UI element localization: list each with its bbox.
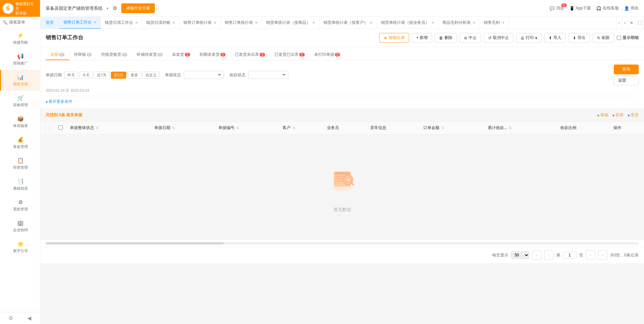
- filter-tab-pending-inspect[interactable]: 待拣货验货0: [96, 50, 132, 60]
- tab-sales-profit[interactable]: 销售毛利✕: [480, 17, 509, 29]
- page-size-select[interactable]: 50 10 20 30 100: [511, 251, 529, 259]
- scroll-track[interactable]: [46, 242, 639, 245]
- topbar-dropdown-icon[interactable]: ▾: [106, 6, 109, 11]
- show-detail-checkbox[interactable]: [617, 36, 621, 40]
- tab-close-sales-stat[interactable]: ✕: [214, 21, 216, 25]
- sidebar-item-newbie[interactable]: 🌟 新手引导: [0, 237, 40, 257]
- date-1month-btn[interactable]: 近1月: [111, 72, 126, 79]
- tab-sales-exec[interactable]: 销售订单执行表✕: [221, 17, 262, 29]
- date-custom-btn[interactable]: 自定义: [142, 72, 160, 79]
- tab-close-all-btn[interactable]: ✕: [628, 17, 636, 29]
- import-btn[interactable]: ⬆ 导入: [544, 33, 566, 43]
- sidebar-item-sales[interactable]: 📊 销售管理: [0, 70, 40, 91]
- tab-home[interactable]: 首页: [40, 17, 59, 29]
- sort-date-icon[interactable]: ⇅: [172, 126, 175, 130]
- sort-number-icon[interactable]: ⇅: [236, 126, 239, 130]
- tab-fullscreen-btn[interactable]: ⛶: [636, 17, 644, 29]
- add-btn[interactable]: + 新增: [412, 33, 432, 43]
- tab-product-margin[interactable]: 商品毛利分析表✕: [438, 17, 480, 29]
- sidebar-item-purchase[interactable]: 🛒 采购管理: [0, 91, 40, 112]
- tab-close-sales-summary-product[interactable]: ✕: [312, 21, 315, 25]
- sidebar-item-system[interactable]: ⚙ 系统管理: [0, 195, 40, 216]
- filter-tab-shipped-not-out[interactable]: 已发货未出库0: [230, 50, 270, 60]
- cancel-review-action-btn[interactable]: ● 弃审: [612, 112, 624, 118]
- date-yesterday-btn[interactable]: 昨天: [65, 72, 78, 79]
- select-all-checkbox[interactable]: [58, 125, 63, 130]
- topbar-settings-icon[interactable]: ⚙: [113, 5, 117, 11]
- sidebar-search[interactable]: 🔍 搜索菜单: [0, 17, 40, 28]
- first-page-btn[interactable]: «: [532, 250, 542, 260]
- delete-btn[interactable]: 🗑 删除: [435, 33, 457, 43]
- sidebar-item-marketing[interactable]: 📢 营销推广: [0, 49, 40, 70]
- user-menu-btn[interactable]: 👤 用友: [624, 5, 639, 11]
- tab-close-product-margin[interactable]: ✕: [473, 21, 475, 25]
- search-btn[interactable]: 查询: [614, 65, 639, 74]
- tab-sales-summary-customer[interactable]: 销货单统计表（按客户）✕: [319, 17, 377, 29]
- basic-info-icon: 📑: [17, 178, 24, 185]
- ship-action-btn[interactable]: ● 发货: [628, 112, 639, 118]
- expand-conditions-btn[interactable]: ▾ 展开更多条件: [46, 99, 639, 105]
- review-action-btn[interactable]: ● 审核: [597, 112, 608, 118]
- smart-create-btn[interactable]: ★ 智能生单: [379, 33, 409, 43]
- sidebar-item-inventory[interactable]: 📦 库存核算: [0, 112, 40, 132]
- sort-amount-icon[interactable]: ⇅: [441, 126, 444, 130]
- sidebar-item-enterprise[interactable]: 🏢 企业协同: [0, 216, 40, 237]
- filter-tab-not-shipped[interactable]: 未发货0: [167, 50, 195, 60]
- sidebar-item-operations[interactable]: 📋 经营管理: [0, 153, 40, 174]
- filter-tab-shipped-out[interactable]: 已发货已出库0: [270, 50, 309, 60]
- sort-status-icon[interactable]: ⇅: [96, 126, 98, 130]
- online-service-btn[interactable]: 🎧 在线客服: [596, 5, 619, 11]
- tab-sales-workbench[interactable]: 销售订单工作台✕: [59, 17, 101, 29]
- tab-close-sales-summary-staff[interactable]: ✕: [431, 21, 434, 25]
- tab-close-cash-daily[interactable]: ✕: [135, 21, 138, 25]
- tab-close-sales-profit[interactable]: ✕: [502, 21, 505, 25]
- collapse-btn[interactable]: ◀: [22, 315, 38, 321]
- filter-tab-all[interactable]: 全部0: [46, 50, 69, 60]
- tab-cash-reconcile[interactable]: 钱货日清对账✕: [142, 17, 179, 29]
- filter-tab-not-printed[interactable]: 未打印单据0: [309, 50, 345, 60]
- tab-next-arrow[interactable]: ›: [622, 17, 628, 29]
- last-page-btn[interactable]: »: [598, 250, 607, 260]
- sidebar-item-quick-nav[interactable]: ⚡ 快捷导航: [0, 28, 40, 49]
- date-7days-btn[interactable]: 近7天: [94, 72, 110, 79]
- show-detail-label[interactable]: 显示明细: [617, 35, 639, 41]
- tab-sales-stat[interactable]: 销售订单统计表✕: [179, 17, 221, 29]
- export-btn[interactable]: ⬇ 导出: [568, 33, 590, 43]
- tab-close-cash-reconcile[interactable]: ✕: [172, 21, 175, 25]
- prev-page-btn[interactable]: ‹: [544, 250, 554, 260]
- sort-collected-icon[interactable]: ⇅: [509, 126, 512, 130]
- page-input[interactable]: [563, 252, 576, 258]
- date-more-btn[interactable]: 更多: [128, 72, 141, 79]
- print-btn[interactable]: 🖨 打印 ▾: [516, 33, 542, 43]
- next-page-btn[interactable]: ›: [586, 250, 595, 260]
- tab-close-sales-exec[interactable]: ✕: [255, 21, 258, 25]
- status-select[interactable]: [184, 71, 224, 79]
- col-checkbox[interactable]: [54, 122, 67, 134]
- tab-cash-daily[interactable]: 钱货日清工作台✕: [101, 17, 142, 29]
- trial-btn[interactable]: 体验行业方案: [121, 3, 155, 13]
- stop-btn[interactable]: ⊘ 中止: [460, 33, 481, 43]
- cancel-stop-btn[interactable]: ↺ 取消中止: [484, 33, 513, 43]
- settings-bottom-btn[interactable]: ⚙: [3, 315, 19, 321]
- sort-customer-icon[interactable]: ⇅: [293, 126, 295, 130]
- date-today-btn[interactable]: 今天: [79, 72, 93, 79]
- sidebar-item-finance[interactable]: 💰 资金管理: [0, 132, 40, 153]
- settings-btn[interactable]: 设置: [614, 76, 639, 85]
- tab-prev-arrow[interactable]: ‹: [616, 17, 622, 29]
- message-btn[interactable]: 💬 6 消息: [550, 5, 564, 11]
- filter-tab-expired-not-shipped[interactable]: 到期未发货0: [195, 50, 230, 60]
- tab-close-sales-workbench[interactable]: ✕: [94, 21, 96, 24]
- filter-tab-wangpu-pending[interactable]: 旺铺待发货0: [132, 50, 168, 60]
- empty-icon: [326, 161, 359, 201]
- tab-sales-summary-staff[interactable]: 销货单统计表（按业务员）✕: [377, 17, 438, 29]
- refresh-btn[interactable]: ↻ 刷新: [593, 33, 614, 43]
- app-download-btn[interactable]: 📱 App下载: [569, 5, 591, 11]
- tab-label-sales-summary-product: 销货单统计表（按商品）: [266, 20, 310, 26]
- scroll-thumb[interactable]: [46, 242, 224, 245]
- payment-select[interactable]: [248, 71, 289, 79]
- tab-sales-summary-product[interactable]: 销货单统计表（按商品）✕: [262, 17, 319, 29]
- filter-tab-pending-review[interactable]: 待审核0: [69, 50, 97, 60]
- sidebar-item-basic-info[interactable]: 📑 基础信息: [0, 174, 40, 195]
- system-icon: ⚙: [18, 199, 23, 205]
- tab-close-sales-summary-customer[interactable]: ✕: [370, 21, 373, 25]
